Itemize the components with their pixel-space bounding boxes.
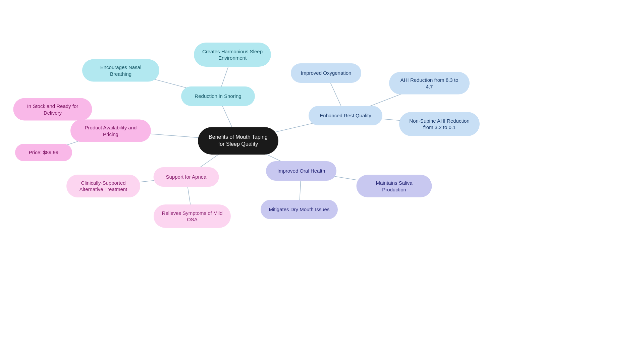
node-price: Price: $89.99 [15,144,72,161]
node-ahi_reduction: AHI Reduction from 8.3 to 4.7 [389,72,470,95]
node-non_supine: Non-Supine AHI Reduction from 3.2 to 0.1 [399,112,480,136]
node-enhanced_rest: Enhanced Rest Quality [309,106,382,125]
node-improved_oxygenation: Improved Oxygenation [291,63,361,83]
node-improved_oral: Improved Oral Health [266,161,336,181]
node-creates_harmonious: Creates Harmonious Sleep Environment [194,43,271,67]
node-support_apnea: Support for Apnea [154,167,219,187]
node-center: Benefits of Mouth Taping for Sleep Quali… [198,127,278,155]
node-encourages_nasal: Encourages Nasal Breathing [82,59,159,82]
node-maintains_saliva: Maintains Saliva Production [357,175,432,197]
node-clinically_supported: Clinically-Supported Alternative Treatme… [66,175,140,197]
node-relieves_symptoms: Relieves Symptoms of Mild OSA [154,204,231,228]
node-reduction_snoring: Reduction in Snoring [181,86,255,106]
node-in_stock: In Stock and Ready for Delivery [13,98,92,121]
mindmap-container: Benefits of Mouth Taping for Sleep Quali… [0,0,644,363]
node-product_availability: Product Availability and Pricing [70,120,151,142]
node-mitigates_dry: Mitigates Dry Mouth Issues [261,200,338,219]
